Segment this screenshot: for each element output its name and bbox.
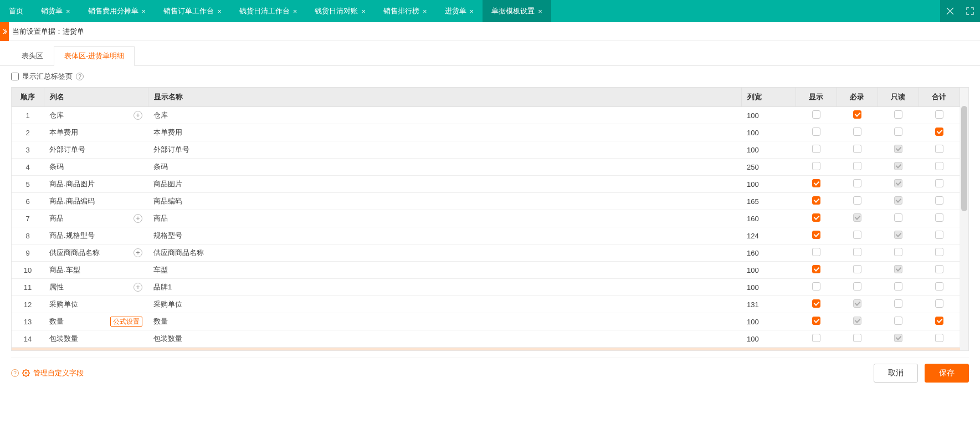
help-icon[interactable]: ? [11, 369, 19, 377]
cell-display-name[interactable]: 商品编码 [148, 193, 741, 210]
cell-width[interactable]: 100 [741, 141, 796, 159]
checkbox[interactable] [812, 196, 820, 205]
cell-width[interactable]: 124 [741, 227, 796, 244]
checkbox[interactable] [935, 231, 943, 239]
table-row[interactable]: 6商品.商品编码商品编码165 [12, 193, 968, 210]
checkbox[interactable] [894, 213, 902, 222]
top-tab[interactable]: 单据模板设置× [483, 0, 551, 22]
checkbox[interactable] [853, 145, 861, 153]
checkbox[interactable] [935, 179, 943, 187]
table-row[interactable]: 10商品.车型车型100 [12, 262, 968, 279]
close-icon[interactable]: × [423, 7, 427, 16]
checkbox[interactable] [812, 213, 820, 222]
cell-width[interactable]: 131 [741, 296, 796, 313]
checkbox[interactable] [935, 317, 943, 325]
top-tab[interactable]: 首页 [0, 0, 32, 22]
close-icon[interactable]: × [293, 7, 297, 16]
cell-display-name[interactable]: 包装数量 [148, 330, 741, 348]
checkbox[interactable] [935, 213, 943, 222]
checkbox[interactable] [935, 145, 943, 153]
checkbox[interactable] [812, 162, 820, 170]
checkbox[interactable] [935, 248, 943, 256]
vertical-scrollbar-track[interactable] [960, 106, 968, 350]
close-icon[interactable]: × [217, 7, 222, 16]
checkbox[interactable] [812, 299, 820, 308]
cell-width[interactable]: 100 [741, 107, 796, 124]
checkbox[interactable] [894, 282, 902, 291]
area-subtab[interactable]: 表头区 [11, 46, 54, 66]
cell-width[interactable]: 100 [741, 262, 796, 279]
cell-display-name[interactable]: 单位2 [148, 348, 741, 351]
collapse-toggle-icon[interactable] [0, 22, 9, 41]
close-icon[interactable]: × [538, 7, 542, 16]
cell-display-name[interactable]: 外部订单号 [148, 141, 741, 159]
top-tab[interactable]: 销售费用分摊单× [79, 0, 155, 22]
add-icon[interactable]: + [134, 214, 142, 223]
area-subtab[interactable]: 表体区-进货单明细 [54, 46, 135, 66]
table-row[interactable]: 13数量公式设置数量100 [12, 313, 968, 330]
checkbox[interactable] [935, 265, 943, 273]
cell-width[interactable]: 250 [741, 159, 796, 176]
cell-width[interactable]: 100 [741, 313, 796, 330]
checkbox[interactable] [853, 162, 861, 170]
checkbox[interactable] [812, 145, 820, 153]
checkbox[interactable] [853, 282, 861, 291]
top-tab[interactable]: 销货单× [32, 0, 79, 22]
table-row[interactable]: 5商品.商品图片商品图片100 [12, 176, 968, 193]
checkbox[interactable] [853, 265, 861, 273]
checkbox[interactable] [812, 231, 820, 239]
table-row[interactable]: 3外部订单号外部订单号100 [12, 141, 968, 159]
checkbox[interactable] [853, 196, 861, 205]
vertical-scrollbar-thumb[interactable] [961, 106, 967, 211]
cell-display-name[interactable]: 采购单位 [148, 296, 741, 313]
formula-settings-button[interactable]: 公式设置 [110, 317, 142, 327]
checkbox[interactable] [935, 196, 943, 205]
close-icon[interactable]: × [66, 7, 70, 16]
checkbox[interactable] [812, 248, 820, 256]
cell-width[interactable]: 160 [741, 210, 796, 227]
checkbox[interactable] [812, 334, 820, 342]
table-row[interactable]: 8商品.规格型号规格型号124 [12, 227, 968, 244]
cell-display-name[interactable]: 仓库 [148, 107, 741, 124]
checkbox[interactable] [894, 128, 902, 136]
top-tab[interactable]: 钱货日清工作台× [230, 0, 306, 22]
checkbox[interactable] [853, 334, 861, 342]
table-row[interactable]: 15单位2单位2100 [12, 348, 968, 351]
cell-display-name[interactable]: 供应商商品名称 [148, 244, 741, 262]
checkbox[interactable] [853, 179, 861, 187]
cell-width[interactable]: 100 [741, 176, 796, 193]
cell-width[interactable]: 165 [741, 193, 796, 210]
save-button[interactable]: 保存 [925, 364, 969, 383]
add-icon[interactable]: + [134, 248, 142, 257]
checkbox[interactable] [812, 317, 820, 325]
cell-width[interactable]: 100 [741, 348, 796, 351]
cell-width[interactable]: 100 [741, 124, 796, 141]
top-tab[interactable]: 销售排行榜× [374, 0, 436, 22]
cell-display-name[interactable]: 规格型号 [148, 227, 741, 244]
add-icon[interactable]: + [134, 111, 142, 120]
add-icon[interactable]: + [134, 283, 142, 292]
checkbox[interactable] [894, 248, 902, 256]
checkbox[interactable] [812, 282, 820, 291]
cell-display-name[interactable]: 数量 [148, 313, 741, 330]
close-all-tabs-icon[interactable] [940, 0, 960, 22]
checkbox[interactable] [853, 110, 861, 119]
checkbox[interactable] [894, 317, 902, 325]
cell-width[interactable]: 100 [741, 279, 796, 296]
cell-display-name[interactable]: 商品 [148, 210, 741, 227]
cancel-button[interactable]: 取消 [874, 364, 918, 383]
cell-display-name[interactable]: 本单费用 [148, 124, 741, 141]
cell-display-name[interactable]: 车型 [148, 262, 741, 279]
top-tab[interactable]: 进货单× [436, 0, 483, 22]
top-tab[interactable]: 销售订单工作台× [155, 0, 230, 22]
table-row[interactable]: 7商品+商品160 [12, 210, 968, 227]
checkbox[interactable] [812, 179, 820, 187]
table-row[interactable]: 1仓库+仓库100 [12, 107, 968, 124]
checkbox[interactable] [935, 282, 943, 291]
show-summary-tab-checkbox[interactable] [11, 73, 19, 80]
help-icon[interactable]: ? [76, 73, 84, 80]
table-row[interactable]: 9供应商商品名称+供应商商品名称160 [12, 244, 968, 262]
cell-width[interactable]: 160 [741, 244, 796, 262]
manage-custom-fields-link[interactable]: ? 管理自定义字段 [11, 368, 84, 378]
fullscreen-icon[interactable] [960, 0, 980, 22]
